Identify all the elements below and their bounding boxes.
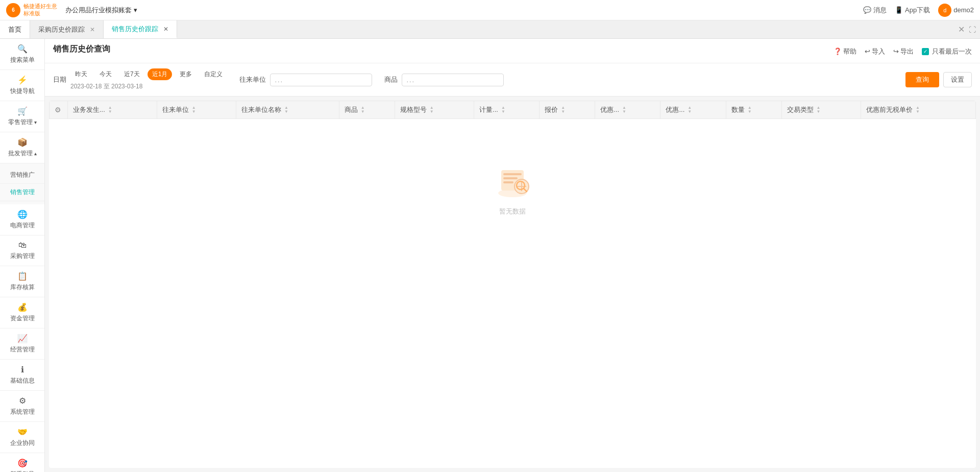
date-btn-more[interactable]: 更多 (175, 68, 197, 80)
partner-input[interactable]: ... (270, 74, 372, 86)
th-qty[interactable]: 数量 ▲▼ (726, 101, 781, 119)
tab-home[interactable]: 首页 (0, 20, 30, 38)
sort-unit-icon: ▲▼ (501, 106, 505, 114)
th-pre-tax[interactable]: 优惠前无税单价 ▲▼ (861, 101, 975, 119)
date-btn-yesterday[interactable]: 昨天 (70, 68, 92, 80)
content-area: 销售历史价查询 ❓ 帮助 ↩ 导入 ↪ 导出 ✓ 只 (45, 39, 980, 472)
main-layout: 🔍 搜索菜单 ⚡ 快捷导航 🛒 零售管理 ▾ 📦 批发管理 ▴ 营销推广 (0, 39, 980, 472)
th-discount1[interactable]: 优惠... ▲▼ (595, 101, 660, 119)
sidebar-item-quick-nav[interactable]: ⚡ 快捷导航 (0, 70, 44, 101)
settings-button[interactable]: 设置 (943, 72, 972, 87)
date-btn-1month[interactable]: 近1月 (148, 68, 173, 80)
sidebar-item-purchase-mgmt[interactable]: 🛍 采购管理 (0, 235, 44, 266)
message-button[interactable]: 💬 消息 (863, 6, 887, 15)
only-last-checkbox-area[interactable]: ✓ 只看最后一次 (922, 47, 972, 56)
app-name: 办公用品行业模拟账套 (65, 6, 132, 15)
retail-icon: 🛒 (17, 106, 28, 116)
logo-text: 畅捷通好生意 标准版 (23, 3, 57, 16)
empty-text: 暂无数据 (499, 207, 526, 216)
chevron-down-icon: ▾ (134, 6, 137, 14)
th-discount2[interactable]: 优惠... ▲▼ (660, 101, 726, 119)
filter-area: 日期 昨天 今天 近7天 近1月 更多 自定义 2023-02-18 至 202… (45, 63, 980, 97)
th-partner-code[interactable]: 往来单位 ▲▼ (157, 101, 236, 119)
sort-spec-icon: ▲▼ (430, 106, 434, 114)
sidebar-item-enterprise[interactable]: 🤝 企业协同 (0, 422, 44, 453)
wholesale-submenu: 营销推广 销售管理 (0, 163, 44, 204)
only-last-checkbox[interactable]: ✓ (922, 48, 929, 55)
sidebar-item-inventory[interactable]: 📋 库存核算 (0, 266, 44, 297)
app-download-button[interactable]: 📱 App下载 (895, 6, 930, 15)
guide-icon: 🎯 (17, 458, 28, 468)
tab-sales-history[interactable]: 销售历史价跟踪 ✕ (104, 20, 177, 38)
sidebar-item-basic-info[interactable]: ℹ 基础信息 (0, 360, 44, 391)
th-quote[interactable]: 报价 ▲▼ (540, 101, 595, 119)
product-filter-label: 商品 (384, 75, 398, 84)
sidebar-item-search-menu[interactable]: 🔍 搜索菜单 (0, 39, 44, 70)
th-biz-date[interactable]: 业务发生... ▲▼ (68, 101, 157, 119)
th-unit[interactable]: 计量... ▲▼ (474, 101, 540, 119)
sidebar-item-sys-mgmt[interactable]: ⚙ 系统管理 (0, 391, 44, 422)
logo-icon: 6 (6, 3, 20, 17)
app-selector[interactable]: 办公用品行业模拟账套 ▾ (61, 6, 141, 15)
sidebar-item-sales-mgmt[interactable]: 销售管理 (0, 184, 44, 201)
table-header-row: ⚙ 业务发生... ▲▼ 往来单位 ▲▼ (50, 101, 976, 119)
close-all-tabs-button[interactable]: ✕ (958, 25, 965, 34)
sort-partner-code-icon: ▲▼ (192, 106, 196, 114)
user-menu[interactable]: d demo2 (938, 4, 974, 17)
quick-nav-icon: ⚡ (17, 75, 28, 85)
enterprise-icon: 🤝 (17, 427, 28, 437)
date-btn-custom[interactable]: 自定义 (200, 68, 227, 80)
sidebar-item-wholesale-mgmt[interactable]: 📦 批发管理 ▴ (0, 132, 44, 163)
th-product[interactable]: 商品 ▲▼ (339, 101, 395, 119)
ecommerce-icon: 🌐 (17, 209, 28, 219)
sidebar-item-ecommerce-mgmt[interactable]: 🌐 电商管理 (0, 204, 44, 235)
close-purchase-history-tab[interactable]: ✕ (90, 26, 95, 33)
sidebar-item-finance-mgmt[interactable]: 💰 资金管理 (0, 297, 44, 328)
svg-rect-2 (503, 173, 522, 175)
topbar-left: 6 畅捷通好生意 标准版 办公用品行业模拟账套 ▾ (6, 3, 141, 17)
column-settings-icon[interactable]: ⚙ (55, 106, 61, 114)
query-button[interactable]: 查询 (905, 72, 939, 87)
sidebar-item-marketing[interactable]: 营销推广 (0, 167, 44, 184)
sidebar-item-retail-mgmt[interactable]: 🛒 零售管理 ▾ (0, 101, 44, 132)
date-filter-label: 日期 (53, 75, 66, 84)
help-button[interactable]: ❓ 帮助 (834, 47, 856, 56)
empty-state-row: 暂无数据 (50, 119, 976, 257)
avatar: d (938, 4, 951, 17)
search-icon: 🔍 (17, 44, 28, 54)
sort-discount2-icon: ▲▼ (688, 106, 692, 114)
sidebar-item-guide[interactable]: 🎯 新手引导 (0, 453, 44, 472)
svg-rect-3 (503, 177, 518, 179)
date-btn-today[interactable]: 今天 (95, 68, 116, 80)
logo-area: 6 畅捷通好生意 标准版 (6, 3, 57, 17)
maximize-button[interactable]: ⛶ (969, 26, 976, 34)
page-header: 销售历史价查询 ❓ 帮助 ↩ 导入 ↪ 导出 ✓ 只 (45, 39, 980, 63)
help-icon: ❓ (834, 48, 842, 55)
sidebar: 🔍 搜索菜单 ⚡ 快捷导航 🛒 零售管理 ▾ 📦 批发管理 ▴ 营销推广 (0, 39, 45, 472)
page-title: 销售历史价查询 (53, 44, 110, 59)
th-trade-type[interactable]: 交易类型 ▲▼ (781, 101, 861, 119)
chevron-up-icon: ▴ (34, 151, 37, 156)
sys-icon: ⚙ (19, 396, 26, 406)
finance-icon: 💰 (17, 302, 28, 312)
export-button[interactable]: ↪ 导出 (893, 47, 914, 56)
close-sales-history-tab[interactable]: ✕ (163, 26, 168, 33)
th-spec[interactable]: 规格型号 ▲▼ (395, 101, 474, 119)
sort-trade-type-icon: ▲▼ (817, 106, 821, 114)
header-actions: ❓ 帮助 ↩ 导入 ↪ 导出 ✓ 只看最后一次 (834, 47, 972, 56)
action-buttons: 查询 设置 (905, 72, 972, 87)
tab-purchase-history[interactable]: 采购历史价跟踪 ✕ (30, 20, 104, 38)
product-input[interactable]: ... (402, 74, 504, 86)
table-area: ⚙ 业务发生... ▲▼ 往来单位 ▲▼ (49, 101, 976, 468)
th-partner-name[interactable]: 往来单位名称 ▲▼ (236, 101, 339, 119)
date-options-block: 昨天 今天 近7天 近1月 更多 自定义 2023-02-18 至 2023-0… (70, 68, 227, 91)
date-btn-7days[interactable]: 近7天 (119, 68, 144, 80)
basic-info-icon: ℹ (21, 365, 24, 374)
import-button[interactable]: ↩ 导入 (865, 47, 885, 56)
topbar-right: 💬 消息 📱 App下载 d demo2 (863, 4, 974, 17)
inventory-icon: 📋 (17, 271, 28, 281)
only-last-label: 只看最后一次 (932, 47, 972, 56)
export-icon: ↪ (893, 48, 899, 55)
sidebar-item-ops-mgmt[interactable]: 📈 经营管理 (0, 328, 44, 360)
date-options-row: 昨天 今天 近7天 近1月 更多 自定义 (70, 68, 227, 80)
